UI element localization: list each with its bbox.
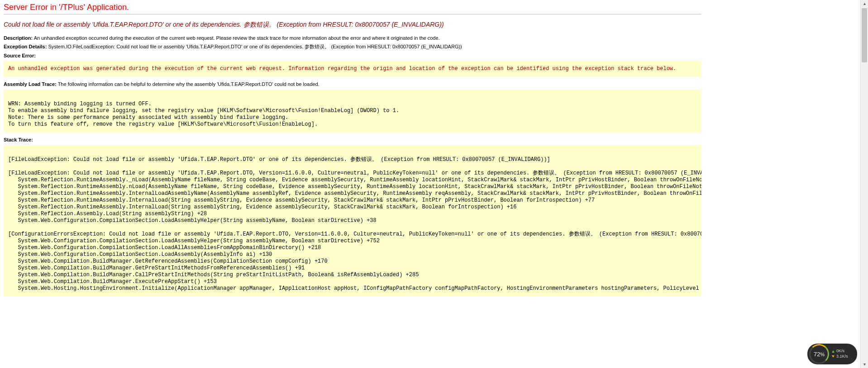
assembly-load-trace-code: WRN: Assembly binding logging is turned …: [8, 94, 697, 128]
main-error-message: Could not load file or assembly 'Ufida.T…: [4, 21, 701, 29]
assembly-load-trace-label: Assembly Load Trace:: [4, 81, 57, 87]
scroll-up-button[interactable]: ▴: [861, 0, 868, 7]
description-block: Description: An unhandled exception occu…: [4, 35, 701, 41]
exception-details-block: Exception Details: System.IO.FileLoadExc…: [4, 43, 701, 50]
source-error-label: Source Error:: [4, 53, 36, 58]
assembly-load-trace-block: Assembly Load Trace: The following infor…: [4, 81, 701, 87]
assembly-load-trace-code-box: WRN: Assembly binding logging is turned …: [4, 90, 701, 132]
source-error-code-box: An unhandled exception was generated dur…: [4, 61, 701, 77]
scroll-thumb[interactable]: [862, 8, 867, 62]
stack-trace-code: [FileLoadException: Could not load file …: [8, 150, 697, 292]
page-title: Server Error in '/TPlus' Application.: [4, 3, 701, 12]
stack-trace-label: Stack Trace:: [4, 137, 33, 142]
description-text: An unhandled exception occurred during t…: [34, 35, 440, 41]
source-error-code: An unhandled exception was generated dur…: [8, 66, 697, 72]
error-page: Server Error in '/TPlus' Application. Co…: [0, 0, 705, 305]
exception-details-text: System.IO.FileLoadException: Could not l…: [48, 44, 462, 49]
source-error-label-block: Source Error:: [4, 53, 701, 58]
stack-trace-label-block: Stack Trace:: [4, 137, 701, 142]
assembly-load-trace-text: The following information can be helpful…: [58, 81, 320, 87]
title-divider: [4, 14, 701, 14]
vertical-scrollbar[interactable]: ▴ ▾: [860, 0, 868, 305]
stack-trace-code-box: [FileLoadException: Could not load file …: [4, 145, 701, 297]
description-label: Description:: [4, 35, 33, 41]
exception-details-label: Exception Details:: [4, 44, 47, 49]
